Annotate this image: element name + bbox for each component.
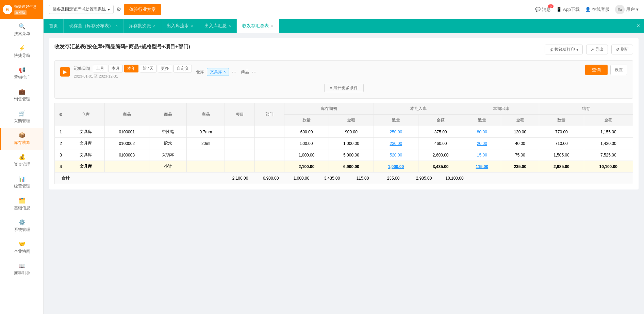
sidebar-icon: 📖 [19,263,26,269]
expand-more-button[interactable]: ▾ 展开更多条件 [324,84,364,92]
th-in-group: 本期入库 [374,103,463,115]
link-qty-in[interactable]: 250.00 [390,130,402,134]
goods-filter: 商品 ··· [241,68,257,76]
link-qty-in[interactable]: 1,000.00 [388,164,404,169]
query-button[interactable]: 查询 [585,65,608,75]
cell-project [225,161,254,172]
refresh-button[interactable]: ↺ 刷新 [611,45,633,54]
cell-amt-bal: 1,420.00 [584,138,633,149]
cell-index: 2 [55,138,67,149]
sidebar-item-营销推广[interactable]: 📢 营销推广 [0,63,43,84]
service-icon: 👤 [585,7,591,12]
date-option-近7天[interactable]: 近7天 [140,65,156,72]
user-button[interactable]: Ea 用户 ▾ [615,5,639,14]
tab-现存量（库存分布表）[interactable]: 现存量（库存分布表）× [64,19,123,33]
sidebar-icon: 🛒 [19,110,26,117]
cell-warehouse: 文具库 [67,149,105,161]
sidebar-item-基础信息[interactable]: 🗂️ 基础信息 [0,193,43,215]
sidebar-item-库存核算[interactable]: 📦 库存核算 [0,128,43,150]
sidebar-item-销售管理[interactable]: 💼 销售管理 [0,84,43,106]
tab-close-icon[interactable]: × [271,23,273,28]
cell-dept [254,138,284,149]
warehouse-remove-icon[interactable]: × [224,69,226,74]
cell-qty-init: 500.00 [284,138,329,149]
cell-qty-out[interactable]: 115.00 [463,161,501,172]
date-option-自定义[interactable]: 自定义 [174,65,192,72]
warehouse-filter: 仓库 文具库 × ··· [196,68,237,76]
footer-amt-bal: 10,100.00 [439,176,470,181]
link-qty-in[interactable]: 230.00 [390,141,402,146]
cell-qty-in[interactable]: 250.00 [374,126,418,138]
app-download-button[interactable]: 📱 App下载 [556,6,580,13]
tab-close-icon[interactable]: × [191,23,193,28]
warehouse-tag[interactable]: 文具库 × [207,68,229,76]
th-spec: 商品 [187,103,225,126]
sidebar-label: 快捷导航 [14,53,30,59]
link-qty-out[interactable]: 20.00 [477,141,487,146]
link-qty-in[interactable]: 520.00 [390,153,402,158]
tab-出入库汇总[interactable]: 出入库汇总× [199,19,237,33]
close-all-tabs-button[interactable]: × [633,23,644,29]
cell-qty-out[interactable]: 20.00 [463,138,501,149]
print-dropdown-icon: ▾ [576,47,578,52]
sidebar-item-系统管理[interactable]: ⚙️ 系统管理 [0,215,43,237]
goods-more-icon[interactable]: ··· [252,68,257,76]
date-option-上月[interactable]: 上月 [93,65,107,72]
cell-qty-in[interactable]: 1,000.00 [374,161,418,172]
sidebar-item-快捷导航[interactable]: ⚡ 快捷导航 [0,41,43,63]
tab-close-icon[interactable]: × [229,23,231,28]
date-option-本月[interactable]: 本月 [109,65,123,72]
cell-warehouse: 文具库 [67,138,105,149]
cell-code: 0100002 [104,138,149,149]
cell-project [225,126,254,138]
export-icon: ↗ [591,47,594,52]
cell-spec [187,149,225,161]
tab-库存批次账[interactable]: 库存批次账× [123,19,161,33]
tab-首页[interactable]: 首页 [44,19,64,33]
sidebar-item-经营管理[interactable]: 📊 经营管理 [0,171,43,193]
gear-icon[interactable]: ⚙ [116,6,121,13]
cell-qty-init: 600.00 [284,126,329,138]
footer-amt-init: 6,900.00 [255,176,286,181]
export-button[interactable]: ↗ 导出 [586,45,608,54]
system-title-dropdown[interactable]: 装备及固定资产辅助管理系统 ▾ [49,5,114,14]
online-service-button[interactable]: 👤 在线客服 [585,6,610,13]
th-qty-bal: 数量 [539,115,584,126]
sidebar-item-企业协同[interactable]: 🤝 企业协同 [0,237,43,259]
trial-button[interactable]: 体验行业方案 [124,4,161,15]
link-qty-out[interactable]: 15.00 [477,153,487,158]
cell-spec: 20ml [187,138,225,149]
filter-settings-button[interactable]: 设置 [610,65,627,75]
cell-qty-init: 1,000.00 [284,149,329,161]
tab-close-icon[interactable]: × [153,23,155,28]
sidebar-logo: 6 畅捷通好生意 标准版 [0,0,43,19]
print-button[interactable]: 🖨 拨镜版打印 ▾ [545,45,583,54]
filter-toggle-button[interactable]: ▶ [60,67,70,77]
tab-close-icon[interactable]: × [115,23,118,28]
message-button[interactable]: 💬 消息 6 [535,6,551,13]
tab-收发存汇总表[interactable]: 收发存汇总表× [237,19,279,33]
sidebar-label: 营销推广 [14,75,30,80]
sidebar-icon: 📊 [19,176,26,182]
date-option-本年[interactable]: 本年 [124,65,138,72]
sidebar-item-采购管理[interactable]: 🛒 采购管理 [0,106,43,128]
cell-qty-out[interactable]: 15.00 [463,149,501,161]
sidebar-item-新手引导[interactable]: 📖 新手引导 [0,259,43,280]
date-option-更多[interactable]: 更多 [158,65,172,72]
cell-qty-out[interactable]: 80.00 [463,126,501,138]
link-qty-out[interactable]: 80.00 [477,130,487,134]
cell-code: 0100003 [104,149,149,161]
warehouse-more-icon[interactable]: ··· [232,68,237,76]
sidebar-item-资金管理[interactable]: 💰 资金管理 [0,150,43,171]
cell-qty-in[interactable]: 230.00 [374,138,418,149]
tab-出入库流水[interactable]: 出入库流水× [161,19,199,33]
cell-spec: 0.7mm [187,126,225,138]
th-amt-in: 金额 [418,115,463,126]
page-card: 收发存汇总表(按仓库+商品编码+商品+规格型号+项目+部门) 🖨 拨镜版打印 ▾… [49,38,639,189]
sidebar-icon: 🔍 [19,23,26,30]
sidebar-item-搜索菜单[interactable]: 🔍 搜索菜单 [0,19,43,41]
sidebar-icon: 🤝 [19,241,26,247]
cell-qty-in[interactable]: 520.00 [374,149,418,161]
link-qty-out[interactable]: 115.00 [476,164,488,169]
th-init-group: 库存期初 [284,103,374,115]
